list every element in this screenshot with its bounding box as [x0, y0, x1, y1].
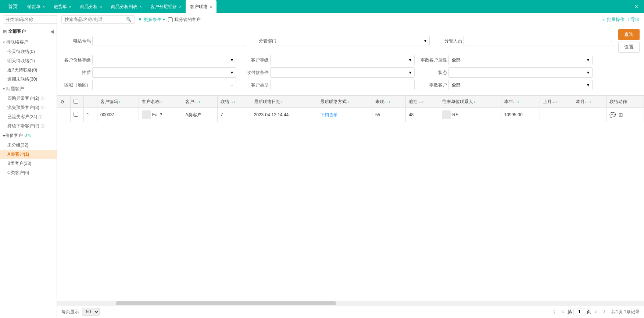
- col-last-month[interactable]: 上月...↕: [540, 96, 573, 108]
- sidebar-already-lost[interactable]: 已流失客户(24) ⓘ: [0, 112, 57, 121]
- sidebar-pending-group[interactable]: ▾ 待联络客户: [0, 37, 57, 47]
- info-icon-decline: ⓘ: [41, 124, 44, 129]
- col-this-month[interactable]: 本月...↕: [573, 96, 607, 108]
- sidebar-all-customers[interactable]: ⊞ 全部客户 ◀: [0, 26, 57, 37]
- customer-grade-select[interactable]: [270, 55, 414, 65]
- col-last-method[interactable]: 最后联络方式↕: [317, 96, 372, 108]
- sidebar-overdue-pending[interactable]: 逾期未联络(30): [0, 75, 57, 84]
- sidebar-class-c[interactable]: C类客户(6): [0, 168, 57, 177]
- select-all-checkbox[interactable]: [74, 99, 78, 104]
- sidebar-seven-days-pending[interactable]: 近7天待联络(0): [0, 66, 57, 75]
- retail-customer-select[interactable]: 全部: [448, 80, 593, 90]
- sidebar-problem-group[interactable]: ▾ 问题客户: [0, 84, 57, 94]
- sidebar-value-group[interactable]: ▾ 价值客户 ↺ ✎: [0, 131, 57, 141]
- retail-attr-label: 零散客户属性: [418, 57, 447, 63]
- customer-grade-col: 客户等级: [239, 55, 414, 65]
- refresh-icon[interactable]: ↺: [24, 134, 27, 138]
- dept-select[interactable]: [278, 36, 430, 46]
- nav-home[interactable]: 首页: [3, 3, 23, 10]
- close-tab-purchase[interactable]: ×: [69, 5, 71, 9]
- phone-input[interactable]: [92, 36, 244, 46]
- retail-customer-col: 零散客户 全部: [418, 80, 593, 90]
- close-all-btn[interactable]: ×: [632, 3, 641, 10]
- dept-col: 分管部门: [247, 36, 430, 46]
- retail-customer-label: 零散客户: [418, 82, 447, 88]
- close-tab-analysis-list[interactable]: ×: [140, 5, 142, 9]
- close-tab-sales[interactable]: ×: [43, 5, 45, 9]
- person-select[interactable]: ···: [464, 36, 615, 46]
- info-icon-loss: ⓘ: [41, 105, 44, 110]
- settings-btn[interactable]: 设置: [618, 42, 640, 53]
- prev-page-btn[interactable]: <: [559, 308, 566, 315]
- price-grade-select[interactable]: [92, 55, 236, 65]
- sidebar-class-a[interactable]: A类客户(1): [0, 150, 57, 159]
- nav-tab-contact[interactable]: 客户联络 ×: [186, 0, 217, 13]
- next-page-btn[interactable]: >: [593, 308, 600, 315]
- sidebar-today-pending[interactable]: 今天待联络(0): [0, 47, 57, 56]
- collapse-icon[interactable]: ◀: [50, 29, 54, 34]
- more-icon[interactable]: ⊞: [619, 112, 623, 118]
- more-conditions-btn[interactable]: ▼ 更多条件: [138, 17, 165, 23]
- edit-icon[interactable]: ✎: [28, 134, 31, 138]
- bottom-bar: 每页显示 50 《 < 第 页 > 》 共1页 1条记录: [57, 305, 644, 318]
- nav-tab-analysis-list[interactable]: 商品分析列表 ×: [107, 0, 146, 13]
- sidebar-loss-warning[interactable]: 流失预警客户(3) ⓘ: [0, 103, 57, 112]
- col-settings[interactable]: ⚙: [57, 96, 71, 108]
- export-btn[interactable]: ↑ 导出: [627, 17, 640, 23]
- page-size-select[interactable]: 50: [82, 308, 100, 316]
- horizontal-scrollbar[interactable]: [57, 301, 644, 305]
- nav-tab-segment[interactable]: 客户分层经营 ×: [146, 0, 186, 13]
- batch-op-btn[interactable]: ☑ 批量操作: [601, 17, 624, 23]
- region-select[interactable]: ···: [92, 80, 236, 90]
- retail-attr-select[interactable]: 全部: [448, 55, 593, 65]
- col-year-amount[interactable]: 本年...↕: [501, 96, 540, 108]
- page-num-input[interactable]: [573, 308, 585, 315]
- payment-select[interactable]: [270, 67, 414, 78]
- sidebar-tomorrow-pending[interactable]: 明天待联络(1): [0, 56, 57, 66]
- sidebar-continuous-decline[interactable]: 持续下滑客户(2) ⓘ: [0, 121, 57, 131]
- filter-row-2: 客户价格等级 客户等级 零散客户属性 全部: [61, 55, 640, 65]
- search-icon[interactable]: 🔍: [126, 17, 132, 22]
- row-check[interactable]: [71, 108, 84, 122]
- sidebar-repurchase-abnormal[interactable]: 回购异常客户(2) ⓘ: [0, 94, 57, 103]
- col-contact-count[interactable]: 联络...↕: [217, 96, 251, 108]
- nav-tab-sales[interactable]: 销货单 ×: [23, 0, 49, 13]
- status-select[interactable]: [448, 67, 593, 78]
- sidebar-class-b[interactable]: B类客户(33): [0, 159, 57, 168]
- col-check[interactable]: [71, 96, 84, 108]
- col-code[interactable]: 客户编码↕: [97, 96, 139, 108]
- close-tab-analysis[interactable]: ×: [100, 5, 102, 9]
- col-contact-person[interactable]: 往来单位联系人↕: [439, 96, 501, 108]
- col-type[interactable]: 客户...↕: [182, 96, 218, 108]
- col-last-date[interactable]: 最后联络日期↕: [251, 96, 317, 108]
- sidebar-unclassified[interactable]: 未分组(32): [0, 141, 57, 150]
- nature-select[interactable]: [92, 67, 236, 78]
- chat-icon[interactable]: 💬: [609, 112, 616, 118]
- action-btns: 查询 设置: [618, 29, 640, 53]
- retail-attr-col: 零散客户属性 全部: [418, 55, 593, 65]
- my-customers-checkbox[interactable]: [168, 17, 173, 22]
- filter-icon: ▼: [138, 17, 142, 22]
- query-btn[interactable]: 查询: [618, 29, 640, 40]
- search-input[interactable]: [65, 17, 126, 22]
- my-customers-check[interactable]: 我分管的客户: [168, 17, 201, 23]
- nav-tab-analysis[interactable]: 商品分析 ×: [76, 0, 107, 13]
- last-page-btn[interactable]: 》: [601, 308, 610, 316]
- last-method-link[interactable]: 下销货单: [320, 112, 338, 117]
- col-name[interactable]: 客户名称↕: [139, 96, 182, 108]
- sidebar-search-input[interactable]: [3, 15, 57, 24]
- close-tab-contact[interactable]: ×: [210, 5, 212, 9]
- status-col: 状态: [418, 67, 593, 78]
- batch-icon: ☑: [601, 17, 605, 22]
- sidebar-search-wrap: 🔍: [0, 13, 57, 26]
- col-no-contact[interactable]: 未联...↕: [372, 96, 405, 108]
- first-page-btn[interactable]: 《: [549, 308, 558, 316]
- row-this-month: [573, 108, 607, 122]
- nav-tab-purchase[interactable]: 进货单 ×: [49, 0, 76, 13]
- col-overdue[interactable]: 逾期...↕: [405, 96, 439, 108]
- close-tab-segment[interactable]: ×: [179, 5, 181, 9]
- customer-type-select[interactable]: [270, 80, 414, 90]
- price-grade-col: 客户价格等级: [61, 55, 236, 65]
- customer-type-label: 客户类型: [239, 82, 269, 88]
- row-checkbox[interactable]: [74, 112, 78, 117]
